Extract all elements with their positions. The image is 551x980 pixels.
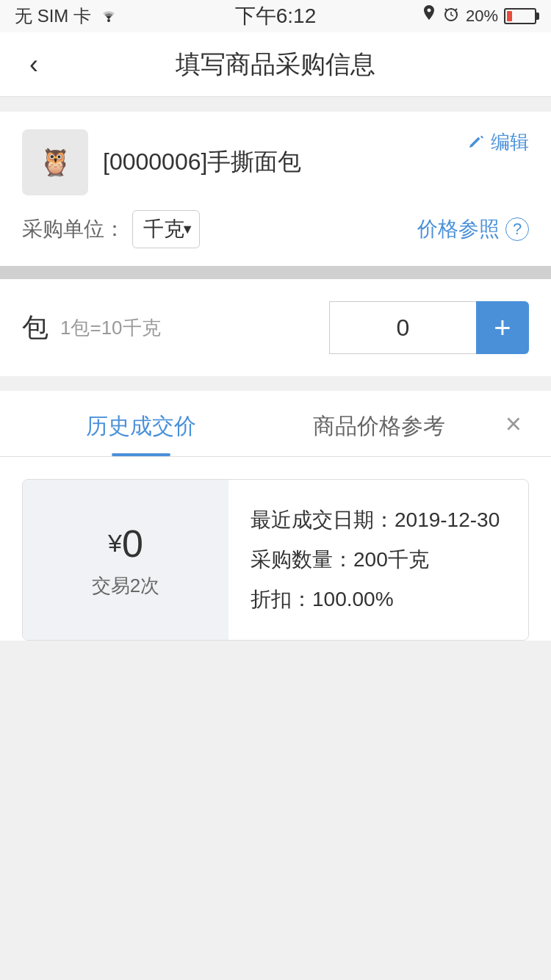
panel-close-button[interactable]: × bbox=[498, 403, 529, 445]
price-reference-button[interactable]: 价格参照 ? bbox=[417, 215, 529, 243]
page-title: 填写商品采购信息 bbox=[176, 48, 375, 82]
price-value: 0 bbox=[122, 522, 143, 565]
currency-symbol: ¥ bbox=[108, 529, 122, 558]
status-left: 无 SIM 卡 bbox=[15, 4, 119, 28]
tab-history-price[interactable]: 历史成交价 bbox=[22, 391, 260, 456]
unit-label: 采购单位： bbox=[22, 215, 125, 243]
location-icon bbox=[422, 5, 436, 27]
wifi-icon bbox=[98, 6, 119, 26]
quantity-control[interactable]: + bbox=[329, 301, 529, 354]
product-left: 🦉 [0000006]手撕面包 bbox=[22, 129, 301, 195]
section-divider bbox=[0, 266, 551, 279]
discount-value: 100.00% bbox=[312, 588, 394, 610]
transaction-left-panel: ¥0 交易2次 bbox=[23, 480, 228, 640]
transaction-count: 交易2次 bbox=[92, 573, 159, 599]
quantity-unit-info: 包 1包=10千克 bbox=[22, 310, 161, 346]
battery-percentage: 20% bbox=[466, 7, 498, 26]
edit-label: 编辑 bbox=[491, 129, 529, 155]
quantity-plus-button[interactable]: + bbox=[476, 301, 529, 354]
transaction-price: ¥0 bbox=[108, 522, 143, 566]
recent-date-label: 最近成交日期： bbox=[251, 508, 395, 531]
status-time: 下午6:12 bbox=[235, 2, 317, 30]
carrier-text: 无 SIM 卡 bbox=[15, 4, 91, 28]
status-right: 20% bbox=[422, 5, 536, 27]
recent-date-value: 2019-12-30 bbox=[395, 508, 500, 531]
product-card: 🦉 [0000006]手撕面包 编辑 采购单位： 千克 价格参照 ? bbox=[0, 112, 551, 266]
transaction-card: ¥0 交易2次 最近成交日期：2019-12-30 采购数量：200千克 折扣：… bbox=[22, 479, 529, 641]
discount-label: 折扣： bbox=[251, 588, 312, 610]
nav-bar: ‹ 填写商品采购信息 bbox=[0, 32, 551, 97]
help-icon: ? bbox=[505, 217, 529, 241]
edit-button[interactable]: 编辑 bbox=[467, 129, 529, 155]
back-button[interactable]: ‹ bbox=[22, 42, 46, 87]
product-image: 🦉 bbox=[22, 129, 88, 195]
battery-icon bbox=[504, 8, 536, 24]
recent-date-item: 最近成交日期：2019-12-30 bbox=[251, 506, 506, 534]
svg-point-0 bbox=[107, 19, 110, 22]
status-bar: 无 SIM 卡 下午6:12 20% bbox=[0, 0, 551, 32]
transaction-right-panel: 最近成交日期：2019-12-30 采购数量：200千克 折扣：100.00% bbox=[228, 480, 528, 640]
bottom-panel: 历史成交价 商品价格参考 × ¥0 交易2次 最近成交日期：2019-12-30… bbox=[0, 391, 551, 641]
product-header: 🦉 [0000006]手撕面包 编辑 bbox=[22, 129, 529, 195]
purchase-quantity-item: 采购数量：200千克 bbox=[251, 546, 506, 574]
product-name: [0000006]手撕面包 bbox=[103, 146, 301, 179]
unit-selector[interactable]: 千克 bbox=[132, 210, 200, 248]
quantity-label: 采购数量： bbox=[251, 548, 353, 571]
product-unit-row: 采购单位： 千克 价格参照 ? bbox=[22, 210, 529, 248]
unit-big-label: 包 bbox=[22, 310, 48, 346]
unit-value[interactable]: 千克 bbox=[132, 210, 200, 248]
quantity-value: 200千克 bbox=[353, 548, 429, 571]
edit-icon bbox=[467, 133, 486, 152]
quantity-row: 包 1包=10千克 + bbox=[0, 279, 551, 376]
product-logo-icon: 🦉 bbox=[39, 149, 72, 176]
quantity-input[interactable] bbox=[329, 301, 476, 354]
tab-price-reference[interactable]: 商品价格参考 bbox=[260, 391, 498, 456]
main-content: 🦉 [0000006]手撕面包 编辑 采购单位： 千克 价格参照 ? bbox=[0, 112, 551, 980]
unit-conversion-text: 1包=10千克 bbox=[60, 315, 161, 341]
discount-item: 折扣：100.00% bbox=[251, 586, 506, 613]
alarm-icon bbox=[442, 5, 460, 27]
tabs-row: 历史成交价 商品价格参考 × bbox=[0, 391, 551, 457]
price-ref-label: 价格参照 bbox=[417, 215, 500, 243]
